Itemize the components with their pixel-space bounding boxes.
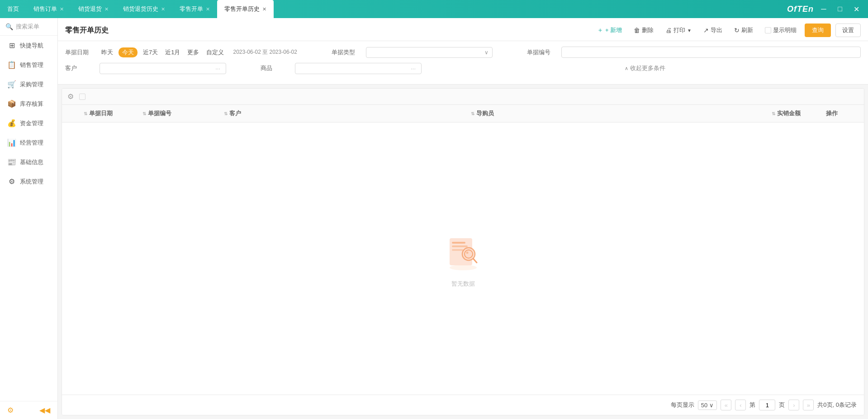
doc-type-chevron-icon: ∨ — [484, 49, 489, 56]
date-btn-today[interactable]: 今天 — [119, 47, 138, 57]
collapse-arrow-icon: ∧ — [625, 66, 628, 71]
date-btn-custom[interactable]: 自定义 — [204, 47, 226, 57]
empty-state-illustration — [441, 229, 486, 274]
setting-button[interactable]: 设置 — [835, 24, 861, 37]
sort-num-icon: ⇅ — [142, 111, 146, 116]
goods-input[interactable]: ··· — [295, 63, 422, 74]
delete-icon: 🗑 — [634, 27, 640, 34]
add-button[interactable]: ＋ + 新增 — [593, 24, 626, 36]
customer-input-field[interactable] — [104, 65, 213, 72]
first-page-button[interactable]: « — [721, 400, 731, 410]
tab-sales-return-history[interactable]: 销货退货历史 ✕ — [116, 0, 172, 18]
select-all-checkbox[interactable] — [79, 94, 85, 100]
th-spacer — [67, 109, 80, 118]
empty-state: 暂无数据 — [441, 229, 486, 288]
tab-close-retail-open[interactable]: ✕ — [206, 6, 210, 12]
th-num[interactable]: ⇅ 单据编号 — [139, 105, 220, 122]
th-amount[interactable]: ⇅ 实销金额 — [768, 105, 822, 122]
sidebar-item-finance[interactable]: 💰 资金管理 — [0, 113, 57, 133]
doc-num-input-field[interactable] — [565, 49, 857, 56]
tab-sales-order[interactable]: 销售订单 ✕ — [26, 0, 71, 18]
ops-mgmt-icon: 📊 — [7, 138, 16, 147]
window-maximize-button[interactable]: □ — [834, 3, 846, 15]
delete-button[interactable]: 🗑 删除 — [630, 24, 657, 36]
current-page-input[interactable] — [759, 400, 775, 410]
date-btn-more[interactable]: 更多 — [185, 47, 201, 57]
th-customer[interactable]: ⇅ 客户 — [220, 105, 467, 122]
tab-close-sales-return-history[interactable]: ✕ — [161, 6, 165, 12]
print-button[interactable]: 🖨 打印 ▼ — [662, 24, 695, 36]
window-close-button[interactable]: ✕ — [850, 3, 863, 15]
customer-ellipsis-icon[interactable]: ··· — [213, 65, 222, 72]
customer-input[interactable]: ··· — [100, 63, 226, 74]
sidebar-item-label-sys-mgmt: 系统管理 — [20, 178, 43, 186]
tab-close-sales-return[interactable]: ✕ — [104, 6, 109, 12]
display-detail-checkbox-box[interactable] — [765, 27, 771, 33]
sidebar-item-inventory[interactable]: 📦 库存核算 — [0, 94, 57, 113]
table-settings-icon[interactable]: ⚙ — [67, 92, 74, 101]
page-label: 第 — [749, 401, 755, 409]
more-conditions-row: ∧ 收起更多条件 — [429, 62, 861, 74]
sidebar-collapse-icon[interactable]: ◀◀ — [39, 406, 50, 414]
sidebar-item-ops-mgmt[interactable]: 📊 经营管理 — [0, 133, 57, 152]
date-filter-label: 单据日期 — [65, 48, 92, 56]
last-page-button[interactable]: » — [803, 400, 814, 410]
page-size-select[interactable]: 50 ∨ — [698, 400, 717, 410]
tab-close-sales-order[interactable]: ✕ — [60, 6, 64, 12]
sidebar-gear-icon[interactable]: ⚙ — [7, 406, 14, 414]
window-minimize-button[interactable]: ─ — [817, 3, 830, 15]
sidebar: 🔍 搜索采单 ⊞ 快捷导航 📋 销售管理 🛒 采购管理 📦 库存核算 💰 — [0, 18, 58, 419]
tab-home[interactable]: 首页 — [0, 0, 26, 18]
sidebar-item-label-ops-mgmt: 经营管理 — [20, 139, 43, 147]
date-filter: 昨天 今天 近7天 近1月 更多 自定义 — [100, 47, 226, 57]
toolbar: ＋ + 新增 🗑 删除 🖨 打印 ▼ ↗ 导出 ↻ — [593, 24, 861, 37]
next-page-button[interactable]: › — [788, 400, 799, 410]
filter-row-1: 单据日期 昨天 今天 近7天 近1月 更多 自定义 2023-06-02 至 2… — [65, 47, 861, 58]
export-button[interactable]: ↗ 导出 — [700, 24, 726, 36]
print-icon: 🖨 — [665, 27, 672, 34]
sidebar-item-purchase-mgmt[interactable]: 🛒 采购管理 — [0, 75, 57, 94]
first-page-icon: « — [725, 402, 728, 409]
sidebar-bottom: ⚙ ◀◀ — [0, 401, 57, 419]
delete-label: 删除 — [642, 26, 654, 34]
tab-close-retail-open-history[interactable]: ✕ — [262, 6, 266, 12]
filter-row-2: 客户 ··· 商品 ··· ∧ 收起更多条件 — [65, 62, 861, 74]
sidebar-item-label-inventory: 库存核算 — [20, 100, 43, 108]
sidebar-item-sales-mgmt[interactable]: 📋 销售管理 — [0, 55, 57, 75]
prev-page-button[interactable]: ‹ — [735, 400, 746, 410]
sidebar-search[interactable]: 🔍 搜索采单 — [0, 18, 57, 36]
doc-type-label: 单据类型 — [332, 48, 359, 56]
tab-sales-return[interactable]: 销货退货 ✕ — [71, 0, 116, 18]
sidebar-nav: ⊞ 快捷导航 📋 销售管理 🛒 采购管理 📦 库存核算 💰 资金管理 📊 — [0, 36, 57, 401]
display-detail-checkbox[interactable]: 显示明细 — [761, 24, 800, 36]
export-icon: ↗ — [703, 27, 709, 34]
more-conditions-toggle[interactable]: ∧ 收起更多条件 — [621, 62, 669, 74]
table-header: ⇅ 单据日期 ⇅ 单据编号 ⇅ 客户 ⇅ 导购员 ⇅ 实销 — [62, 105, 864, 122]
th-date[interactable]: ⇅ 单据日期 — [80, 105, 139, 122]
date-btn-yesterday[interactable]: 昨天 — [100, 47, 115, 57]
sidebar-item-label-finance: 资金管理 — [20, 119, 43, 127]
doc-type-select[interactable]: ∨ — [366, 47, 493, 58]
date-btn-7days[interactable]: 近7天 — [141, 47, 160, 57]
th-salesperson[interactable]: ⇅ 导购员 — [467, 105, 522, 122]
refresh-button[interactable]: ↻ 刷新 — [730, 24, 757, 36]
tab-retail-open-history[interactable]: 零售开单历史 ✕ — [217, 0, 274, 18]
doc-num-input[interactable] — [561, 47, 861, 58]
sidebar-item-quick-nav[interactable]: ⊞ 快捷导航 — [0, 36, 57, 55]
print-dropdown-icon[interactable]: ▼ — [687, 28, 692, 33]
export-label: 导出 — [711, 26, 722, 34]
customer-filter-label: 客户 — [65, 64, 92, 72]
query-button[interactable]: 查询 — [805, 24, 831, 37]
sort-customer-icon: ⇅ — [224, 111, 228, 116]
basic-info-icon: 📰 — [7, 158, 16, 166]
tab-retail-open[interactable]: 零售开单 ✕ — [172, 0, 217, 18]
sys-mgmt-icon: ⚙ — [7, 177, 16, 186]
sidebar-item-basic-info[interactable]: 📰 基础信息 — [0, 152, 57, 172]
goods-ellipsis-icon[interactable]: ··· — [409, 65, 417, 72]
sidebar-item-sys-mgmt[interactable]: ⚙ 系统管理 — [0, 172, 57, 191]
goods-input-field[interactable] — [299, 65, 409, 72]
date-btn-1month[interactable]: 近1月 — [163, 47, 182, 57]
date-range-display: 2023-06-02 至 2023-06-02 — [233, 48, 297, 56]
doc-num-label: 单据编号 — [527, 48, 554, 56]
page-header: 零售开单历史 ＋ + 新增 🗑 删除 🖨 打印 ▼ ↗ 导出 — [58, 18, 868, 41]
